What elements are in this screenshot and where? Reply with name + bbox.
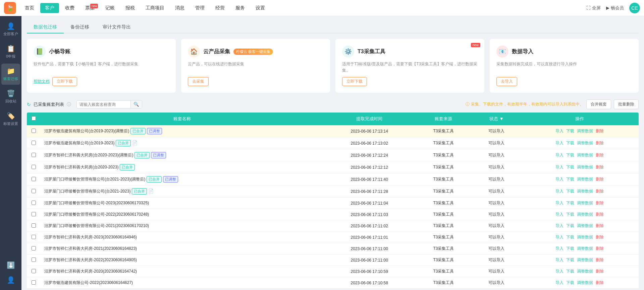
row-checkbox[interactable] — [32, 235, 36, 239]
copy-icon[interactable]: 📄 — [147, 189, 154, 194]
nav-messages[interactable]: 消息 — [170, 3, 189, 13]
op-btn-导入[interactable]: 导入 — [555, 164, 564, 170]
op-btn-导入[interactable]: 导入 — [555, 152, 564, 158]
op-btn-调整数据[interactable]: 调整数据 — [577, 176, 593, 182]
op-btn-下载[interactable]: 下载 — [566, 140, 574, 146]
op-btn-下载[interactable]: 下载 — [566, 164, 574, 170]
op-btn-导入[interactable]: 导入 — [555, 200, 564, 206]
sidebar-item-profile[interactable]: 👤 — [1, 273, 20, 287]
copy-icon[interactable]: 📄 — [131, 140, 138, 145]
op-btn-删除[interactable]: 删除 — [596, 280, 604, 286]
sidebar-item-all-customers[interactable]: 👤 全部客户 — [1, 19, 20, 40]
op-btn-删除[interactable]: 删除 — [596, 189, 604, 194]
help-doc-link[interactable]: 帮助文档 — [34, 79, 50, 84]
op-btn-导入[interactable]: 导入 — [555, 257, 564, 263]
row-checkbox[interactable] — [32, 212, 36, 216]
sidebar-item-account-migration[interactable]: 📁 账套迁移 — [1, 64, 20, 85]
op-btn-调整数据[interactable]: 调整数据 — [577, 280, 593, 286]
row-checkbox[interactable] — [32, 177, 36, 181]
go-import-button[interactable]: 去导入 — [496, 77, 517, 86]
sidebar-item-recycle[interactable]: 🗑️ 回收站 — [1, 86, 20, 107]
op-btn-删除[interactable]: 删除 — [596, 200, 604, 206]
user-avatar[interactable]: CE — [629, 3, 640, 13]
op-btn-调整数据[interactable]: 调整数据 — [577, 269, 593, 274]
nav-manage[interactable]: 管理 — [191, 3, 209, 13]
nav-customers[interactable]: 客户 — [40, 3, 59, 13]
row-checkbox[interactable] — [32, 153, 36, 157]
op-btn-导入[interactable]: 导入 — [555, 128, 564, 134]
op-btn-下载[interactable]: 下载 — [566, 269, 574, 274]
nav-home[interactable]: 首页 — [20, 3, 39, 13]
op-btn-调整数据[interactable]: 调整数据 — [577, 200, 593, 206]
op-btn-导入[interactable]: 导入 — [555, 189, 564, 194]
op-btn-调整数据[interactable]: 调整数据 — [577, 234, 593, 240]
op-btn-下载[interactable]: 下载 — [566, 152, 574, 158]
op-btn-下载[interactable]: 下载 — [566, 280, 574, 286]
op-btn-删除[interactable]: 删除 — [596, 234, 604, 240]
download-now-button-1[interactable]: 立即下载 — [52, 77, 77, 86]
row-checkbox[interactable] — [32, 165, 36, 169]
op-btn-下载[interactable]: 下载 — [566, 128, 574, 134]
op-btn-调整数据[interactable]: 调整数据 — [577, 164, 593, 170]
batch-delete-button[interactable]: 批量删除 — [614, 99, 639, 109]
sidebar-item-zero-report[interactable]: 📋 0申报 — [1, 41, 20, 62]
row-checkbox[interactable] — [32, 129, 36, 133]
sidebar-item-download[interactable]: ⬇️ — [1, 258, 20, 273]
op-btn-删除[interactable]: 删除 — [596, 257, 604, 263]
op-btn-删除[interactable]: 删除 — [596, 246, 604, 251]
refresh-icon[interactable]: ↻ — [27, 102, 31, 107]
row-checkbox[interactable] — [32, 280, 36, 285]
op-btn-调整数据[interactable]: 调整数据 — [577, 152, 593, 158]
nav-accounting[interactable]: 记账 — [101, 3, 119, 13]
op-btn-导入[interactable]: 导入 — [555, 234, 564, 240]
op-btn-导入[interactable]: 导入 — [555, 212, 564, 217]
member-button[interactable]: ▶ 畅会员 — [606, 5, 624, 11]
op-btn-下载[interactable]: 下载 — [566, 176, 574, 182]
op-btn-下载[interactable]: 下载 — [566, 189, 574, 194]
op-btn-下载[interactable]: 下载 — [566, 200, 574, 206]
op-btn-下载[interactable]: 下载 — [566, 257, 574, 263]
col-status[interactable]: 状态 ▼ — [472, 113, 521, 125]
nav-fees[interactable]: 收费 — [60, 3, 79, 13]
op-btn-调整数据[interactable]: 调整数据 — [577, 257, 593, 263]
op-btn-导入[interactable]: 导入 — [555, 176, 564, 182]
tab-audit-export[interactable]: 审计文件导出 — [96, 21, 138, 33]
op-btn-删除[interactable]: 删除 — [596, 128, 604, 134]
row-checkbox[interactable] — [32, 223, 36, 228]
op-btn-导入[interactable]: 导入 — [555, 269, 564, 274]
nav-tax[interactable]: 报税 — [121, 3, 140, 13]
op-btn-调整数据[interactable]: 调整数据 — [577, 212, 593, 217]
op-btn-下载[interactable]: 下载 — [566, 234, 574, 240]
row-checkbox[interactable] — [32, 246, 36, 250]
op-btn-删除[interactable]: 删除 — [596, 164, 604, 170]
download-now-button-3[interactable]: 立即下载 — [342, 77, 367, 86]
nav-service[interactable]: 服务 — [231, 3, 250, 13]
row-checkbox[interactable] — [32, 258, 36, 262]
op-btn-删除[interactable]: 删除 — [596, 176, 604, 182]
row-checkbox[interactable] — [32, 189, 36, 193]
op-btn-导入[interactable]: 导入 — [555, 246, 564, 251]
row-checkbox[interactable] — [32, 141, 36, 145]
merge-accounts-button[interactable]: 合并账套 — [586, 99, 611, 109]
op-btn-调整数据[interactable]: 调整数据 — [577, 128, 593, 134]
sidebar-item-tag-settings[interactable]: 🏷️ 标签设置 — [1, 108, 20, 130]
tab-backup-migration[interactable]: 备份迁移 — [64, 21, 96, 33]
nav-settings[interactable]: 设置 — [251, 3, 270, 13]
op-btn-删除[interactable]: 删除 — [596, 223, 604, 229]
op-btn-下载[interactable]: 下载 — [566, 212, 574, 217]
op-btn-删除[interactable]: 删除 — [596, 140, 604, 146]
op-btn-调整数据[interactable]: 调整数据 — [577, 223, 593, 229]
select-all-checkbox[interactable] — [32, 116, 36, 121]
op-btn-删除[interactable]: 删除 — [596, 269, 604, 274]
row-checkbox[interactable] — [32, 201, 36, 205]
nav-invoices[interactable]: 票据 new — [80, 3, 99, 13]
op-btn-调整数据[interactable]: 调整数据 — [577, 189, 593, 194]
search-input[interactable] — [77, 101, 130, 108]
op-btn-下载[interactable]: 下载 — [566, 223, 574, 229]
op-btn-导入[interactable]: 导入 — [555, 223, 564, 229]
fullscreen-button[interactable]: ⛶ 全屏 — [586, 5, 601, 11]
tab-data-migration[interactable]: 数据包迁移 — [27, 21, 64, 33]
nav-business[interactable]: 经营 — [211, 3, 229, 13]
search-button[interactable]: 🔍 — [130, 100, 142, 108]
row-checkbox[interactable] — [32, 269, 36, 273]
